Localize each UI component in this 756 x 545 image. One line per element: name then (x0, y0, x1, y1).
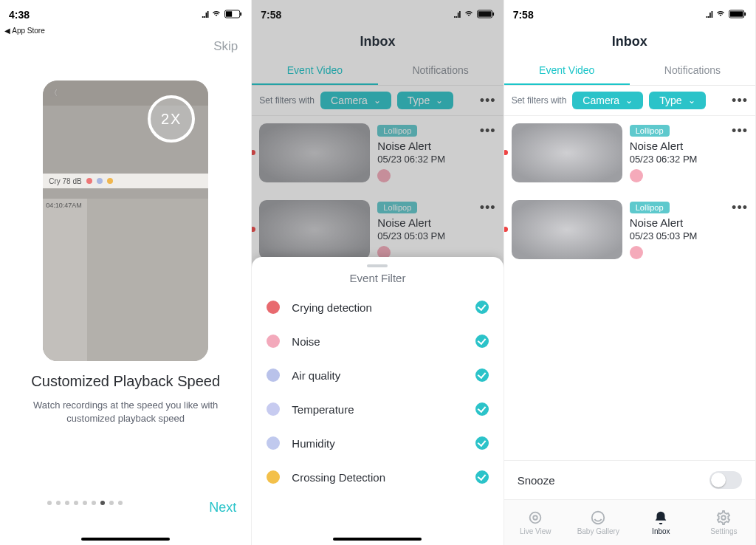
unread-dot-icon (504, 150, 508, 155)
back-to-appstore[interactable]: ◀ App Store (0, 27, 251, 35)
page-dot[interactable] (83, 501, 87, 505)
page-dot[interactable] (109, 501, 114, 505)
more-icon[interactable]: ••• (732, 93, 748, 109)
camera-tag: Lollipop (630, 202, 670, 213)
onboarding-subtitle: Watch recordings at the speed you like w… (15, 399, 236, 425)
check-icon[interactable] (475, 402, 489, 416)
event-item[interactable]: LollipopNoise Alert05/23 06:32 PM••• (504, 116, 755, 193)
event-time: 05/23 06:32 PM (630, 154, 748, 165)
snooze-label: Snooze (518, 474, 555, 487)
page-dot[interactable] (92, 501, 96, 505)
tabbar-baby-gallery[interactable]: Baby Gallery (567, 500, 630, 545)
filter-type-icon (267, 335, 280, 348)
tabbar-label: Baby Gallery (577, 527, 619, 535)
settings-icon (715, 510, 732, 526)
page-indicator (0, 495, 170, 508)
unread-dot-icon (504, 227, 508, 232)
svg-point-11 (592, 512, 605, 524)
playback-mock-device: 〈 2X Cry 78 dB 04:10:47AM (43, 80, 208, 361)
camera-filter-pill[interactable]: Camera⌄ (572, 92, 643, 109)
filter-type-icon (267, 470, 280, 484)
check-icon[interactable] (475, 335, 489, 348)
page-title: Inbox (504, 27, 755, 57)
mock-db-label: Cry 78 dB (49, 177, 81, 185)
svg-rect-8 (744, 12, 746, 16)
bottom-tab-bar: Live ViewBaby GalleryInboxSettings (504, 499, 755, 545)
svg-point-9 (530, 513, 541, 524)
tabbar-label: Inbox (652, 527, 670, 535)
status-icons: ..ıl (202, 10, 242, 21)
check-icon[interactable] (475, 301, 489, 314)
filter-option-label: Crossing Detection (292, 471, 463, 484)
check-icon[interactable] (475, 436, 489, 450)
modal-backdrop[interactable] (252, 0, 503, 270)
tab-notifications[interactable]: Notifications (630, 57, 755, 85)
check-icon[interactable] (475, 369, 489, 382)
filter-option[interactable]: Crying detection (252, 290, 503, 324)
inbox-tabs: Event Video Notifications (504, 57, 755, 86)
sheet-handle[interactable] (367, 264, 388, 267)
next-button[interactable]: Next (209, 500, 236, 515)
inbox-icon (653, 510, 669, 526)
filter-option[interactable]: Noise (252, 324, 503, 358)
status-time: 7:58 (513, 9, 534, 21)
live-view-icon (527, 510, 543, 526)
filter-option[interactable]: Crossing Detection (252, 460, 503, 494)
page-dot[interactable] (56, 501, 61, 505)
event-more-icon[interactable]: ••• (732, 123, 748, 139)
filter-type-icon (267, 369, 280, 382)
event-filter-sheet: Event Filter Crying detectionNoiseAir qu… (252, 257, 503, 545)
check-icon[interactable] (475, 470, 489, 484)
event-thumbnail[interactable] (512, 123, 622, 182)
status-icons: ..ıl (706, 10, 746, 21)
skip-button[interactable]: Skip (213, 39, 238, 53)
page-dot[interactable] (100, 501, 105, 505)
event-more-icon[interactable]: ••• (732, 200, 748, 216)
status-time: 4:38 (9, 9, 30, 21)
tabbar-live-view[interactable]: Live View (504, 500, 567, 545)
inbox-screen-with-filter-sheet: 7:58 ..ıl Inbox Event Video Notification… (252, 0, 504, 545)
home-indicator[interactable] (333, 538, 422, 541)
event-title: Noise Alert (630, 140, 748, 152)
filter-type-icon (267, 402, 280, 416)
wifi-icon (211, 10, 221, 21)
tabbar-label: Settings (710, 527, 737, 535)
playback-speed-badge: 2X (148, 95, 195, 143)
snooze-toggle[interactable] (709, 471, 742, 489)
onboarding-title: Customized Playback Speed (0, 373, 251, 390)
home-indicator[interactable] (81, 538, 170, 541)
filter-option-label: Temperature (292, 403, 463, 416)
page-dot[interactable] (65, 501, 69, 505)
sheet-title: Event Filter (252, 272, 503, 284)
filter-option-label: Crying detection (292, 301, 463, 314)
page-dot[interactable] (47, 501, 52, 505)
svg-point-10 (533, 515, 537, 520)
page-dot[interactable] (74, 501, 78, 505)
filter-option-label: Humidity (292, 437, 463, 450)
noise-icon (630, 169, 643, 182)
chevron-down-icon: ⌄ (688, 95, 695, 106)
filter-option-label: Noise (292, 335, 463, 348)
filter-option[interactable]: Air quality (252, 358, 503, 392)
filter-type-icon (267, 436, 280, 450)
event-item[interactable]: LollipopNoise Alert05/23 05:03 PM••• (504, 193, 755, 270)
svg-rect-7 (730, 11, 743, 16)
type-filter-pill[interactable]: Type⌄ (649, 92, 705, 109)
battery-icon (224, 10, 242, 21)
tab-event-video[interactable]: Event Video (504, 57, 630, 85)
page-dot[interactable] (118, 501, 123, 505)
tabbar-inbox[interactable]: Inbox (630, 500, 693, 545)
wifi-icon (715, 10, 726, 21)
svg-rect-1 (226, 11, 232, 16)
inbox-screen: 7:58 ..ıl Inbox Event Video Notification… (504, 0, 756, 545)
filter-option[interactable]: Temperature (252, 392, 503, 426)
event-time: 05/23 05:03 PM (630, 230, 748, 241)
tabbar-settings[interactable]: Settings (693, 500, 755, 545)
svg-point-12 (722, 515, 726, 520)
event-thumbnail[interactable] (512, 200, 622, 259)
onboarding-screen: 4:38 ..ıl ◀ App Store Skip 〈 2X Cry 78 d… (0, 0, 252, 545)
filter-toolbar: Set filters with Camera⌄ Type⌄ ••• (504, 86, 755, 116)
filter-label: Set filters with (512, 95, 567, 106)
filter-option[interactable]: Humidity (252, 426, 503, 460)
svg-rect-2 (241, 12, 242, 16)
